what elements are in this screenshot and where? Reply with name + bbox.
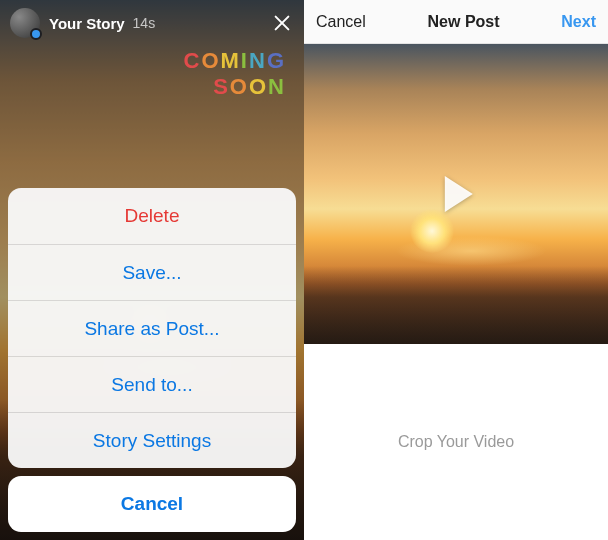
story-title: Your Story: [49, 15, 125, 32]
story-settings-button[interactable]: Story Settings: [8, 412, 296, 468]
close-icon[interactable]: [270, 11, 294, 35]
new-post-screen: Cancel New Post Next Crop Your Video: [304, 0, 608, 540]
cancel-button[interactable]: Cancel: [8, 476, 296, 532]
crop-label: Crop Your Video: [398, 433, 514, 451]
action-sheet-options: Delete Save... Share as Post... Send to.…: [8, 188, 296, 468]
story-screen: Your Story 14s COMING SOON Delete Save..…: [0, 0, 304, 540]
save-button[interactable]: Save...: [8, 244, 296, 300]
action-sheet: Delete Save... Share as Post... Send to.…: [8, 188, 296, 532]
coming-soon-sticker: COMING SOON: [184, 48, 286, 100]
video-preview[interactable]: [304, 44, 608, 344]
horizon-silhouette: [304, 266, 608, 344]
sun-reflection: [395, 236, 547, 266]
new-post-header: Cancel New Post Next: [304, 0, 608, 44]
crop-panel[interactable]: Crop Your Video: [304, 344, 608, 540]
play-icon[interactable]: [445, 176, 473, 212]
avatar[interactable]: [10, 8, 40, 38]
share-as-post-button[interactable]: Share as Post...: [8, 300, 296, 356]
header-next-button[interactable]: Next: [561, 13, 596, 31]
header-title: New Post: [428, 13, 500, 31]
story-header: Your Story 14s: [10, 8, 294, 38]
delete-button[interactable]: Delete: [8, 188, 296, 244]
send-to-button[interactable]: Send to...: [8, 356, 296, 412]
story-time: 14s: [133, 15, 156, 31]
header-cancel-button[interactable]: Cancel: [316, 13, 366, 31]
